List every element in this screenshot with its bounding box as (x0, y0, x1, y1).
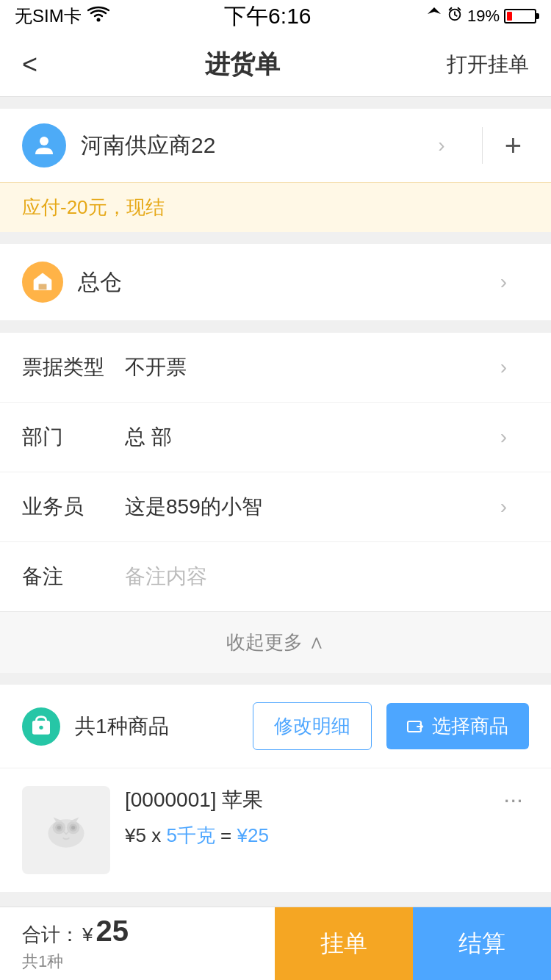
product-price: ¥5 x 5千克 = ¥25 (125, 823, 497, 849)
svg-point-2 (40, 137, 48, 145)
product-count-text: 共1种商品 (75, 713, 238, 741)
form-section: 票据类型 不开票 › 部门 总 部 › 业务员 这是859的小智 › 备注 备注… (0, 332, 551, 611)
form-row-invoice[interactable]: 票据类型 不开票 › (0, 332, 551, 402)
total-symbol: ¥ (82, 923, 93, 946)
total-sub: 共1种 (22, 951, 253, 973)
status-left: 无SIM卡 (15, 4, 109, 28)
warehouse-icon-wrap (22, 262, 63, 303)
department-value: 总 部 (125, 423, 500, 451)
total-section: 合计： ¥ 25 共1种 (0, 915, 275, 973)
department-label: 部门 (22, 423, 125, 451)
wifi-icon (87, 6, 109, 26)
select-product-button[interactable]: 选择商品 (386, 703, 529, 749)
product-thumbnail (22, 786, 110, 874)
section-gap-3 (0, 320, 551, 332)
section-gap-2 (0, 232, 551, 244)
divider (482, 127, 483, 164)
salesperson-label: 业务员 (22, 493, 125, 521)
main-content: 河南供应商22 › + 应付-20元，现结 总仓 › (0, 97, 551, 980)
status-time: 下午6:16 (224, 1, 311, 32)
remark-input[interactable]: 备注内容 (125, 563, 529, 591)
product-name: [0000001] 苹果 (125, 786, 497, 814)
collapse-button[interactable]: 收起更多 ∧ (0, 611, 551, 673)
collapse-label: 收起更多 ∧ (226, 630, 324, 655)
supplier-name: 河南供应商22 (81, 131, 438, 161)
status-bar: 无SIM卡 下午6:16 19% (0, 0, 551, 32)
battery-icon (504, 9, 536, 24)
add-button[interactable]: + (497, 129, 529, 162)
form-row-department[interactable]: 部门 总 部 › (0, 402, 551, 472)
product-info: [0000001] 苹果 ¥5 x 5千克 = ¥25 (125, 786, 497, 849)
battery-percent: 19% (467, 7, 500, 26)
back-button[interactable]: < (22, 49, 37, 80)
product-item: [0000001] 苹果 ¥5 x 5千克 = ¥25 ··· (0, 768, 551, 892)
product-section: 共1种商品 修改明细 选择商品 (0, 685, 551, 892)
supplier-section: 河南供应商22 › + 应付-20元，现结 (0, 109, 551, 232)
product-header: 共1种商品 修改明细 选择商品 (0, 685, 551, 768)
form-row-salesperson[interactable]: 业务员 这是859的小智 › (0, 472, 551, 541)
department-chevron-icon: › (500, 425, 507, 449)
section-gap-1 (0, 97, 551, 109)
svg-point-7 (39, 725, 43, 729)
nav-bar: < 进货单 打开挂单 (0, 32, 551, 97)
hang-button[interactable]: 挂单 (275, 907, 413, 981)
supplier-chevron-icon: › (438, 134, 444, 157)
section-gap-4 (0, 673, 551, 685)
alarm-icon (447, 6, 463, 26)
svg-rect-5 (39, 284, 47, 290)
product-total: ¥25 (237, 824, 268, 846)
svg-point-0 (96, 18, 100, 22)
product-quantity: 5千克 (166, 824, 215, 846)
product-equals: = (215, 824, 237, 846)
invoice-value: 不开票 (125, 353, 500, 381)
total-amount: 合计： ¥ 25 (22, 915, 253, 948)
open-pending-button[interactable]: 打开挂单 (447, 51, 529, 79)
supplier-notice: 应付-20元，现结 (0, 182, 551, 232)
product-count-icon (22, 707, 60, 746)
status-right: 19% (426, 6, 536, 26)
signal-text: 无SIM卡 (15, 4, 82, 28)
svg-point-14 (57, 826, 61, 829)
product-more-button[interactable]: ··· (497, 786, 529, 813)
remark-label: 备注 (22, 563, 125, 591)
location-icon (426, 6, 442, 26)
bottom-bar: 合计： ¥ 25 共1种 挂单 结算 (0, 907, 551, 980)
warehouse-chevron-icon: › (500, 270, 507, 294)
total-label: 合计： (22, 922, 79, 948)
supplier-row[interactable]: 河南供应商22 › + (0, 109, 551, 182)
svg-point-15 (71, 826, 75, 829)
product-unit-price: ¥5 x (125, 824, 166, 846)
invoice-chevron-icon: › (500, 356, 507, 379)
invoice-label: 票据类型 (22, 353, 125, 381)
warehouse-name: 总仓 (78, 267, 500, 298)
form-row-remark[interactable]: 备注 备注内容 (0, 541, 551, 611)
select-product-label: 选择商品 (432, 713, 508, 739)
warehouse-row[interactable]: 总仓 › (0, 244, 551, 320)
total-number: 25 (96, 915, 129, 948)
page-title: 进货单 (205, 48, 280, 82)
edit-detail-button[interactable]: 修改明细 (253, 702, 372, 750)
salesperson-value: 这是859的小智 (125, 493, 500, 521)
supplier-avatar (22, 123, 66, 167)
salesperson-chevron-icon: › (500, 495, 507, 519)
warehouse-section: 总仓 › (0, 244, 551, 320)
checkout-button[interactable]: 结算 (413, 907, 551, 981)
